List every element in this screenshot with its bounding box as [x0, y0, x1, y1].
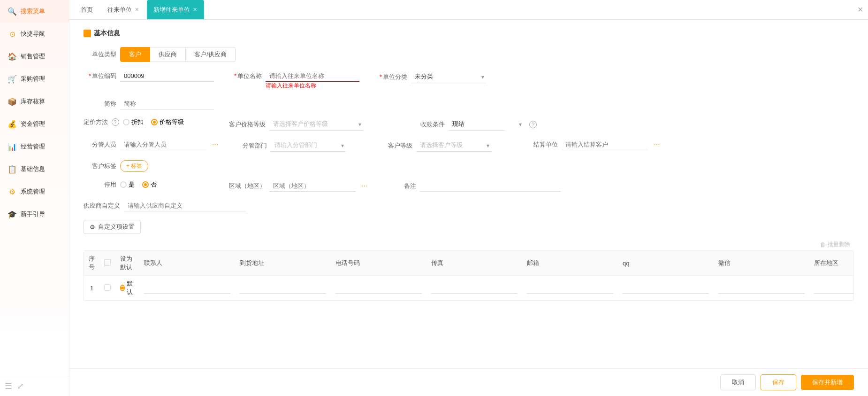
payment-terms-help-icon[interactable]: ?	[529, 121, 537, 128]
unit-name-error: 请输入往来单位名称	[229, 82, 360, 90]
pricing-help-icon[interactable]: ?	[112, 118, 119, 126]
unit-type-buttons: 客户 供应商 客户/供应商	[120, 47, 236, 62]
tab-new-partner-close[interactable]: ✕	[193, 7, 197, 12]
customer-price-level-placeholder: 请选择客户价格等级	[269, 118, 363, 131]
sidebar-item-quick-nav[interactable]: ⊙ 快捷导航	[0, 23, 69, 45]
row-contact-input[interactable]	[144, 282, 230, 294]
row-default-radio[interactable]: 默认	[120, 280, 135, 296]
close-all-tabs[interactable]: ✕	[857, 5, 863, 14]
customer-price-level-select-wrap[interactable]: 请选择客户价格等级 ▾	[269, 118, 363, 131]
table-header-row: 🗑 批量删除	[84, 239, 854, 250]
unit-category-label: *单位分类	[374, 73, 407, 81]
row-wechat[interactable]	[714, 276, 809, 301]
type-btn-both[interactable]: 客户/供应商	[186, 47, 236, 62]
sidebar-item-label: 基础信息	[21, 165, 45, 173]
add-tag-button[interactable]: + 标签	[120, 160, 148, 172]
settlement-unit-more-btn[interactable]: ···	[652, 140, 662, 149]
col-address: 到货地址	[235, 251, 331, 276]
customer-level-placeholder: 请选择客户等级	[416, 139, 491, 152]
row-checkbox[interactable]	[104, 284, 111, 291]
row-address-input[interactable]	[240, 282, 326, 294]
type-btn-supplier[interactable]: 供应商	[150, 47, 186, 62]
unit-name-field-wrap: *单位名称 请输入往来单位名称	[229, 70, 360, 90]
tab-partner[interactable]: 往来单位 ✕	[101, 0, 146, 19]
sidebar-item-system[interactable]: ⚙ 系统管理	[0, 180, 69, 203]
region-input[interactable]	[269, 180, 356, 192]
payment-terms-select-wrap[interactable]: 现结 ▾	[449, 118, 524, 131]
manager-more-btn[interactable]: ···	[210, 140, 220, 149]
save-new-button[interactable]: 保存并新增	[801, 375, 854, 390]
sidebar-item-search[interactable]: 🔍 搜索菜单	[0, 0, 69, 23]
col-wechat: 微信	[714, 251, 809, 276]
col-qq: qq	[618, 251, 714, 276]
sidebar-collapse-icon[interactable]: ☰	[5, 381, 12, 391]
save-button[interactable]: 保存	[761, 374, 796, 390]
unit-name-input[interactable]	[266, 70, 359, 82]
sidebar-item-sales[interactable]: 🏠 销售管理	[0, 45, 69, 68]
pricing-radio-discount[interactable]: 折扣	[123, 118, 144, 126]
select-all-checkbox[interactable]	[104, 259, 111, 266]
unit-type-row: 单位类型 客户 供应商 客户/供应商	[84, 47, 854, 62]
row-fax-input[interactable]	[431, 282, 518, 294]
pricing-radio-level[interactable]: 价格等级	[151, 118, 184, 126]
sidebar-item-purchase[interactable]: 🛒 采购管理	[0, 68, 69, 90]
pricing-radio-group: 折扣 价格等级	[123, 118, 184, 126]
manager-input[interactable]	[120, 139, 206, 150]
short-name-input[interactable]	[120, 98, 214, 109]
disabled-radio-yes[interactable]: 是	[120, 180, 135, 189]
cancel-button[interactable]: 取消	[720, 374, 756, 390]
row-address[interactable]	[235, 276, 331, 301]
row-default-radio-circle	[120, 285, 125, 291]
tab-partner-close[interactable]: ✕	[135, 7, 139, 12]
row-qq[interactable]	[618, 276, 714, 301]
row-region-input[interactable]	[814, 282, 854, 294]
sidebar-expand-icon[interactable]: ⤢	[17, 381, 24, 391]
sidebar-item-label: 搜索菜单	[21, 7, 45, 16]
customer-level-label: 客户等级	[380, 141, 412, 150]
inventory-icon: 📦	[8, 97, 17, 106]
pricing-radio-level-circle	[151, 119, 158, 125]
batch-delete-btn[interactable]: 🗑 批量删除	[820, 241, 850, 248]
remarks-field: 备注	[383, 180, 561, 192]
unit-category-value[interactable]: 未分类	[411, 70, 486, 83]
row-wechat-input[interactable]	[718, 282, 805, 294]
unit-category-select-wrap: 未分类 ▾	[411, 70, 486, 83]
row-email-input[interactable]	[527, 282, 613, 294]
sidebar-item-finance[interactable]: 💰 资金管理	[0, 113, 69, 135]
tags-label: 客户标签	[84, 162, 116, 171]
sidebar-item-guide[interactable]: 🎓 新手引导	[0, 203, 69, 225]
row-fax[interactable]	[426, 276, 522, 301]
supplier-custom-input[interactable]	[124, 200, 246, 211]
department-field: 分管部门 请输入分管部门 ▾	[234, 139, 365, 152]
row-email[interactable]	[522, 276, 618, 301]
unit-code-input[interactable]	[120, 70, 214, 82]
settlement-unit-input[interactable]	[562, 139, 648, 150]
row-region[interactable]	[809, 276, 854, 301]
supplier-custom-field: 供应商自定义	[84, 200, 246, 211]
sidebar-item-inventory[interactable]: 📦 库存核算	[0, 90, 69, 113]
section-title-text: 基本信息	[94, 29, 120, 38]
row-phone-input[interactable]	[335, 282, 422, 294]
supplier-custom-row: 供应商自定义	[84, 200, 854, 211]
custom-settings-button[interactable]: ⚙ 自定义项设置	[84, 220, 141, 234]
customer-level-select-wrap[interactable]: 请选择客户等级 ▾	[416, 139, 491, 152]
disabled-radio-no[interactable]: 否	[142, 180, 157, 189]
search-icon: 🔍	[8, 7, 17, 16]
row-phone[interactable]	[331, 276, 426, 301]
department-select-wrap[interactable]: 请输入分管部门 ▾	[271, 139, 346, 152]
disabled-region-row: 停用 是 否 区域（地区） ···	[84, 180, 854, 192]
tags-row: 客户标签 + 标签	[84, 160, 854, 172]
table-row: 1 默认	[84, 276, 854, 301]
type-btn-customer[interactable]: 客户	[120, 47, 150, 62]
department-placeholder: 请输入分管部门	[271, 139, 346, 152]
row-contact[interactable]	[139, 276, 235, 301]
remarks-input[interactable]	[420, 180, 561, 192]
tab-home[interactable]: 首页	[74, 0, 100, 19]
sidebar-item-label: 库存核算	[21, 97, 45, 106]
sidebar-item-basic-info[interactable]: 📋 基础信息	[0, 158, 69, 180]
short-name-field: 简称	[84, 98, 215, 109]
region-more-btn[interactable]: ···	[359, 182, 369, 190]
row-qq-input[interactable]	[623, 282, 709, 294]
tab-new-partner[interactable]: 新增往来单位 ✕	[147, 0, 204, 19]
sidebar-item-operations[interactable]: 📊 经营管理	[0, 135, 69, 158]
